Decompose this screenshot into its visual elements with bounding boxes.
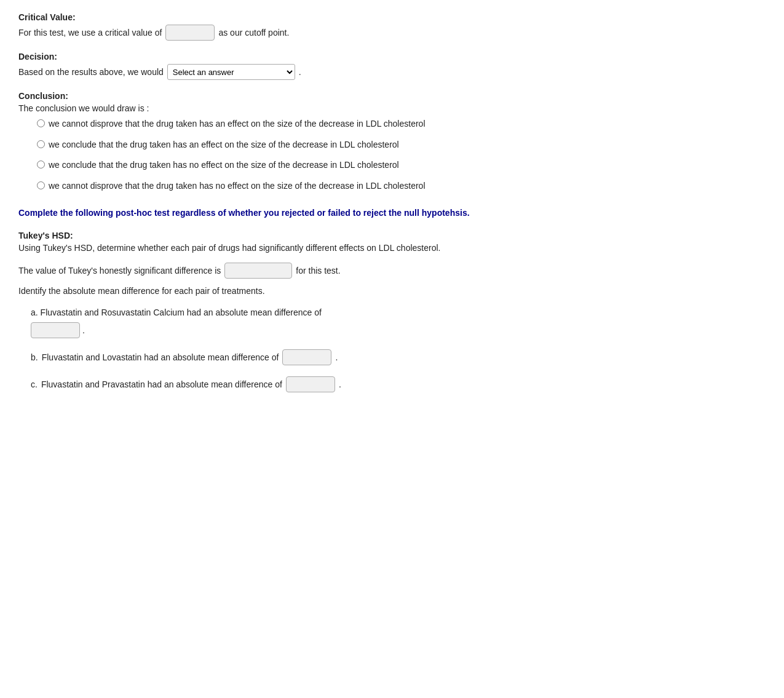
critical-value-row: For this test, we use a critical value o… [18, 25, 766, 41]
mean-diff-b-input[interactable] [282, 349, 331, 365]
hsd-value-input[interactable] [224, 263, 292, 279]
hsd-text-after: for this test. [296, 266, 340, 276]
decision-title: Decision: [18, 52, 766, 61]
tukeys-hsd-title: Tukey's HSD: [18, 231, 766, 240]
conclusion-section: Conclusion: The conclusion we would draw… [18, 91, 766, 192]
hsd-text-before: The value of Tukey's honestly significan… [18, 266, 221, 276]
mean-diff-item-c: c. Fluvastatin and Pravastatin had an ab… [31, 376, 766, 392]
mean-diff-item-b: b. Fluvastatin and Lovastatin had an abs… [31, 349, 766, 365]
mean-diff-a-end: . [82, 325, 85, 335]
conclusion-radio-2[interactable] [37, 161, 45, 169]
mean-diff-b-end: . [335, 351, 338, 364]
conclusion-intro: The conclusion we would draw is : [18, 103, 766, 113]
mean-diff-a-text: a. Fluvastatin and Rosuvastatin Calcium … [31, 306, 766, 319]
mean-diff-item-a: a. Fluvastatin and Rosuvastatin Calcium … [31, 306, 766, 338]
tukeys-hsd-desc-text: Using Tukey's HSD, determine whether eac… [18, 243, 440, 253]
conclusion-title: Conclusion: [18, 91, 766, 101]
conclusion-option-0-label: we cannot disprove that the drug taken h… [49, 118, 426, 130]
hsd-value-row: The value of Tukey's honestly significan… [18, 263, 766, 279]
mean-diff-b-row: b. Fluvastatin and Lovastatin had an abs… [31, 349, 766, 365]
decision-row: Based on the results above, we would Sel… [18, 64, 766, 80]
mean-diff-c-end: . [339, 378, 341, 391]
mean-diff-a-label: a. [31, 307, 38, 317]
mean-diff-b-desc: Fluvastatin and Lovastatin had an absolu… [42, 351, 279, 364]
critical-value-text-before: For this test, we use a critical value o… [18, 28, 162, 38]
mean-diff-a-input[interactable] [31, 322, 80, 338]
conclusion-option-1[interactable]: we conclude that the drug taken has an e… [37, 139, 766, 151]
conclusion-option-2-label: we conclude that the drug taken has no e… [49, 159, 399, 172]
mean-diff-c-label: c. [31, 378, 38, 391]
post-hoc-instruction: Complete the following post-hoc test reg… [18, 207, 766, 220]
decision-text-before: Based on the results above, we would [18, 67, 164, 77]
conclusion-option-0[interactable]: we cannot disprove that the drug taken h… [37, 118, 766, 130]
decision-text-after: . [299, 67, 301, 77]
tukeys-hsd-description: Using Tukey's HSD, determine whether eac… [18, 243, 766, 253]
conclusion-radio-3[interactable] [37, 181, 45, 189]
mean-diff-a-desc: Fluvastatin and Rosuvastatin Calcium had… [41, 307, 322, 317]
mean-diff-a-input-block: . [31, 322, 766, 338]
mean-diff-c-input[interactable] [286, 376, 335, 392]
conclusion-option-1-label: we conclude that the drug taken has an e… [49, 139, 399, 151]
critical-value-section: Critical Value: For this test, we use a … [18, 12, 766, 41]
mean-diff-pairs: a. Fluvastatin and Rosuvastatin Calcium … [31, 306, 766, 392]
tukeys-hsd-section: Tukey's HSD: Using Tukey's HSD, determin… [18, 231, 766, 392]
conclusion-radio-0[interactable] [37, 119, 45, 127]
mean-diff-c-desc: Fluvastatin and Pravastatin had an absol… [41, 378, 282, 391]
mean-diff-c-row: c. Fluvastatin and Pravastatin had an ab… [31, 376, 766, 392]
critical-value-text-after: as our cutoff point. [218, 28, 289, 38]
decision-dropdown[interactable]: Select an answer reject the null hypothe… [167, 64, 295, 80]
decision-section: Decision: Based on the results above, we… [18, 52, 766, 80]
conclusion-option-2[interactable]: we conclude that the drug taken has no e… [37, 159, 766, 172]
mean-diff-b-label: b. [31, 351, 38, 364]
critical-value-input[interactable] [165, 25, 215, 41]
conclusion-option-3[interactable]: we cannot disprove that the drug taken h… [37, 180, 766, 192]
conclusion-option-3-label: we cannot disprove that the drug taken h… [49, 180, 426, 192]
mean-diff-intro-text: Identify the absolute mean difference fo… [18, 286, 265, 296]
critical-value-title: Critical Value: [18, 12, 766, 22]
conclusion-radio-group: we cannot disprove that the drug taken h… [37, 118, 766, 192]
conclusion-radio-1[interactable] [37, 140, 45, 148]
mean-diff-intro-section: Identify the absolute mean difference fo… [18, 286, 766, 296]
